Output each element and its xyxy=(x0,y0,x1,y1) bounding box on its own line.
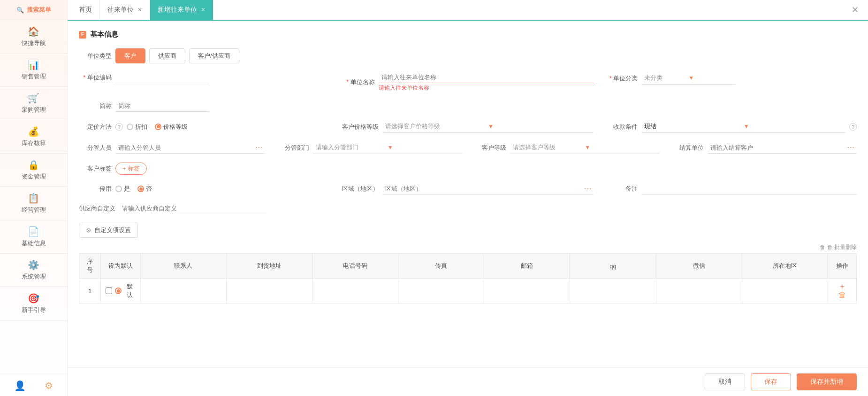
settlement-unit-label: 结算单位 xyxy=(671,144,704,152)
batch-delete-button[interactable]: 🗑 🗑 批量删除 xyxy=(820,244,857,250)
payment-terms-field: 收款条件 现结 ▼ ? xyxy=(605,120,857,133)
payment-help-icon[interactable]: ? xyxy=(849,123,857,131)
pricing-row: 定价方法 ? 折扣 价格等级 客户价格等级 请选择客户价格等级 xyxy=(79,120,857,133)
unit-btn-both[interactable]: 客户/供应商 xyxy=(189,48,239,63)
cell-address[interactable] xyxy=(226,279,312,303)
tab-new-contact-close[interactable]: ✕ xyxy=(201,7,206,13)
cancel-button[interactable]: 取消 xyxy=(705,373,745,390)
customer-price-level-select[interactable]: 请选择客户价格等级 ▼ xyxy=(382,120,594,133)
abbr-field: 简称 xyxy=(79,101,266,112)
delete-row-btn[interactable]: 🗑 xyxy=(838,291,846,299)
tab-home-label: 首页 xyxy=(79,6,92,14)
customer-level-arrow: ▼ xyxy=(585,144,656,151)
department-field: 分管部门 请输入分管部门 ▼ xyxy=(276,141,463,154)
finance-icon: 🔒 xyxy=(28,159,39,171)
fax-input[interactable] xyxy=(403,287,479,295)
abbr-row: 简称 xyxy=(79,101,857,112)
col-email: 邮箱 xyxy=(484,254,570,279)
sidebar-user-icon[interactable]: 👤 xyxy=(14,380,26,391)
pricing-discount-radio[interactable]: 折扣 xyxy=(127,123,147,131)
pricing-help-icon[interactable]: ? xyxy=(115,123,123,131)
remark-field: 备注 xyxy=(605,183,857,194)
unit-name-error: 请输入往来单位名称 xyxy=(379,84,594,92)
address-input[interactable] xyxy=(231,287,307,295)
save-new-button[interactable]: 保存并新增 xyxy=(797,373,857,390)
remark-input[interactable] xyxy=(641,183,857,194)
col-qq: qq xyxy=(570,254,656,279)
sidebar-item-system[interactable]: ⚙️ 系统管理 xyxy=(0,254,67,287)
payment-terms-value: 现结 xyxy=(644,122,743,131)
cell-qq[interactable] xyxy=(570,279,656,303)
unit-name-input[interactable] xyxy=(379,72,594,83)
settlement-unit-field: 结算单位 ··· xyxy=(671,142,857,154)
disable-no-radio[interactable]: 否 xyxy=(137,185,152,193)
department-select[interactable]: 请输入分管部门 ▼ xyxy=(313,141,463,154)
manager-more-btn[interactable]: ··· xyxy=(253,143,265,152)
default-radio[interactable]: 默认 xyxy=(115,282,136,299)
unit-category-select[interactable]: 未分类 ▼ xyxy=(641,72,735,85)
wechat-input[interactable] xyxy=(661,287,737,295)
contacts-table: 序号 设为默认 联系人 到货地址 电话号码 传真 邮箱 qq 微信 所在地区 操… xyxy=(79,253,857,303)
cell-action: + 🗑 xyxy=(828,279,856,303)
sidebar-item-quick-nav[interactable]: 🏠 快捷导航 xyxy=(0,20,67,54)
level-label: 价格等级 xyxy=(163,123,188,131)
sidebar-item-sales[interactable]: 📊 销售管理 xyxy=(0,54,67,87)
sidebar-item-basic-info[interactable]: 📄 基础信息 xyxy=(0,220,67,254)
sidebar-operations-label: 经营管理 xyxy=(22,206,46,214)
disable-field: 停用 是 否 xyxy=(79,185,331,193)
abbr-input[interactable] xyxy=(115,101,209,112)
custom-settings-button[interactable]: ⚙ 自定义项设置 xyxy=(79,223,138,238)
tab-new-contact[interactable]: 新增往来单位 ✕ xyxy=(150,0,213,20)
sidebar-item-purchase[interactable]: 🛒 采购管理 xyxy=(0,87,67,120)
region-table-input[interactable] xyxy=(747,287,823,295)
cell-contact[interactable] xyxy=(140,279,226,303)
sidebar-item-inventory[interactable]: 💰 库存核算 xyxy=(0,120,67,154)
sidebar-item-finance[interactable]: 🔒 资金管理 xyxy=(0,154,67,187)
tab-home[interactable]: 首页 xyxy=(71,0,100,20)
guide-icon: 🎯 xyxy=(28,293,39,304)
supplier-custom-input[interactable] xyxy=(119,203,266,214)
gear-icon: ⚙ xyxy=(86,227,91,234)
manager-input[interactable] xyxy=(115,142,253,153)
row-checkbox[interactable] xyxy=(106,287,112,294)
customer-level-select[interactable]: 请选择客户等级 ▼ xyxy=(510,141,660,154)
cell-wechat[interactable] xyxy=(656,279,742,303)
qq-input[interactable] xyxy=(575,287,651,295)
email-input[interactable] xyxy=(489,287,565,295)
contact-input[interactable] xyxy=(145,287,221,295)
cell-email[interactable] xyxy=(484,279,570,303)
add-tag-button[interactable]: + 标签 xyxy=(115,163,147,175)
payment-terms-select[interactable]: 现结 ▼ xyxy=(641,120,845,133)
pricing-level-radio[interactable]: 价格等级 xyxy=(155,123,188,131)
settlement-unit-more-btn[interactable]: ··· xyxy=(845,143,857,152)
cell-region[interactable] xyxy=(742,279,828,303)
disable-yes-radio[interactable]: 是 xyxy=(115,185,130,193)
add-row-btn[interactable]: + xyxy=(840,282,844,290)
sidebar-basic-info-label: 基础信息 xyxy=(22,239,46,248)
disable-no-circle xyxy=(137,186,144,192)
supplier-custom-row: 供应商自定义 xyxy=(79,203,857,214)
save-button[interactable]: 保存 xyxy=(751,373,791,390)
sidebar-item-search[interactable]: 🔍 搜索菜单 xyxy=(0,0,67,20)
unit-btn-customer[interactable]: 客户 xyxy=(115,48,145,63)
cell-phone[interactable] xyxy=(312,279,398,303)
cell-fax[interactable] xyxy=(398,279,484,303)
customer-level-placeholder: 请选择客户等级 xyxy=(513,143,585,152)
unit-btn-supplier[interactable]: 供应商 xyxy=(149,48,185,63)
unit-name-input-wrap: 请输入往来单位名称 xyxy=(379,72,594,92)
unit-code-input[interactable]: 000009 xyxy=(115,72,209,83)
region-more-btn[interactable]: ··· xyxy=(582,185,594,193)
tab-bar-close-all[interactable]: ✕ xyxy=(846,5,864,15)
tab-contacts-close[interactable]: ✕ xyxy=(137,7,142,13)
sidebar-search-label: 搜索菜单 xyxy=(27,6,51,14)
tab-contacts[interactable]: 往来单位 ✕ xyxy=(100,0,150,20)
sidebar-item-operations[interactable]: 📋 经营管理 xyxy=(0,187,67,220)
purchase-icon: 🛒 xyxy=(28,93,39,104)
supplier-custom-label: 供应商自定义 xyxy=(79,204,115,213)
phone-input[interactable] xyxy=(317,287,393,295)
sidebar-item-guide[interactable]: 🎯 新手引导 xyxy=(0,287,67,320)
region-input[interactable] xyxy=(382,183,582,194)
unit-code-label: 单位编码 xyxy=(79,73,112,82)
settlement-unit-input[interactable] xyxy=(708,142,845,153)
sidebar-settings-icon[interactable]: ⚙ xyxy=(45,380,53,391)
